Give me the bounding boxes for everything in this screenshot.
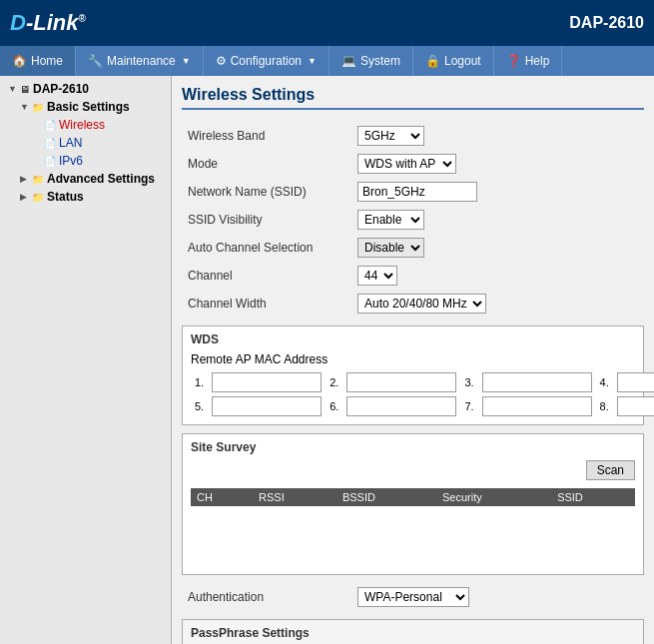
mode-select[interactable]: WDS with AP Access Point WDS	[357, 154, 456, 174]
col-ch: CH	[191, 488, 253, 506]
wireless-band-label: Wireless Band	[182, 122, 351, 150]
content-area: Wireless Settings Wireless Band 5GHz 2.4…	[172, 76, 654, 644]
basic-folder-icon: 📁	[32, 102, 44, 113]
status-expand-icon: ▶	[20, 192, 30, 202]
header: D-Link® DAP-2610	[0, 0, 654, 46]
nav-maintenance[interactable]: 🔧 Maintenance ▼	[76, 46, 204, 76]
wds-row-1: 1. 2. 3. 4.	[191, 370, 654, 394]
device-icon: 🖥	[20, 84, 30, 95]
nav-help[interactable]: ❓ Help	[494, 46, 563, 76]
wireless-spacer	[32, 120, 42, 130]
wireless-band-select[interactable]: 5GHz 2.4GHz	[357, 126, 424, 146]
chevron-down-icon2: ▼	[308, 56, 317, 66]
passphrase-section: PassPhrase Settings WPA Mode AUTO (WPA o…	[182, 619, 644, 644]
nav-configuration[interactable]: ⚙ Configuration ▼	[204, 46, 329, 76]
ssid-label: Network Name (SSID)	[182, 178, 351, 206]
channel-width-row: Channel Width Auto 20/40/80 MHz	[182, 290, 644, 318]
basic-expand-icon: ▼	[20, 102, 30, 112]
wds-num-4: 4.	[596, 370, 613, 394]
logo: D-Link®	[10, 10, 86, 36]
wds-mac-5[interactable]	[212, 396, 322, 416]
nav-logout[interactable]: 🔒 Logout	[413, 46, 494, 76]
chevron-down-icon: ▼	[182, 56, 191, 66]
auto-channel-select[interactable]: Disable Enable	[357, 238, 424, 258]
wds-num-6: 6.	[326, 394, 342, 418]
sidebar-wireless[interactable]: 📄 Wireless	[0, 116, 171, 134]
nav-system[interactable]: 💻 System	[329, 46, 413, 76]
advanced-folder-icon: 📁	[32, 174, 44, 185]
site-survey-section: Site Survey Scan CH RSSI BSSID Security …	[182, 433, 644, 575]
wds-title: WDS	[191, 332, 635, 346]
advanced-expand-icon: ▶	[20, 174, 30, 184]
model-label: DAP-2610	[569, 14, 644, 32]
mode-label: Mode	[182, 150, 351, 178]
lan-file-icon: 📄	[44, 138, 56, 149]
wireless-band-row: Wireless Band 5GHz 2.4GHz	[182, 122, 644, 150]
col-rssi: RSSI	[253, 488, 336, 506]
passphrase-title: PassPhrase Settings	[191, 626, 635, 640]
channel-row: Channel 44	[182, 262, 644, 290]
logout-icon: 🔒	[425, 54, 440, 68]
maintenance-icon: 🔧	[88, 54, 103, 68]
col-bssid: BSSID	[336, 488, 436, 506]
auth-label: Authentication	[182, 583, 351, 611]
survey-header-row: CH RSSI BSSID Security SSID	[191, 488, 635, 506]
system-icon: 💻	[341, 54, 356, 68]
remote-ap-label: Remote AP MAC Address	[191, 352, 635, 366]
ssid-visibility-label: SSID Visibility	[182, 206, 351, 234]
ssid-row: Network Name (SSID)	[182, 178, 644, 206]
wds-num-8: 8.	[596, 394, 613, 418]
wds-mac-1[interactable]	[212, 372, 322, 392]
mode-row: Mode WDS with AP Access Point WDS	[182, 150, 644, 178]
col-ssid: SSID	[551, 488, 635, 506]
auth-select[interactable]: WPA-Personal WPA-Enterprise Open System	[357, 587, 469, 607]
ssid-visibility-row: SSID Visibility Enable Disable	[182, 206, 644, 234]
survey-area: CH RSSI BSSID Security SSID	[191, 488, 635, 568]
sidebar-lan[interactable]: 📄 LAN	[0, 134, 171, 152]
main-container: ▼ 🖥 DAP-2610 ▼ 📁 Basic Settings 📄 Wirele…	[0, 76, 654, 644]
wds-num-7: 7.	[460, 394, 477, 418]
sidebar-device: ▼ 🖥 DAP-2610	[0, 80, 171, 98]
device-expand-icon: ▼	[8, 84, 18, 94]
wds-section: WDS Remote AP MAC Address 1. 2. 3. 4. 5.…	[182, 325, 644, 425]
auto-channel-row: Auto Channel Selection Disable Enable	[182, 234, 644, 262]
wireless-file-icon: 📄	[44, 120, 56, 131]
ssid-input[interactable]	[357, 182, 477, 202]
help-icon: ❓	[506, 54, 521, 68]
page-title: Wireless Settings	[182, 86, 644, 110]
channel-width-label: Channel Width	[182, 290, 351, 318]
wds-mac-8[interactable]	[617, 396, 654, 416]
wds-mac-7[interactable]	[482, 396, 592, 416]
channel-select[interactable]: 44	[357, 266, 397, 286]
scan-bar: Scan	[191, 460, 635, 484]
home-icon: 🏠	[12, 54, 27, 68]
channel-width-select[interactable]: Auto 20/40/80 MHz	[357, 294, 486, 314]
wds-row-2: 5. 6. 7. 8.	[191, 394, 654, 418]
wds-num-5: 5.	[191, 394, 208, 418]
wds-mac-6[interactable]	[346, 396, 456, 416]
sidebar-advanced-settings[interactable]: ▶ 📁 Advanced Settings	[0, 170, 171, 188]
auth-table: Authentication WPA-Personal WPA-Enterpri…	[182, 583, 644, 611]
wds-mac-2[interactable]	[346, 372, 456, 392]
site-survey-title: Site Survey	[191, 440, 635, 454]
ssid-visibility-select[interactable]: Enable Disable	[357, 210, 424, 230]
navbar: 🏠 Home 🔧 Maintenance ▼ ⚙ Configuration ▼…	[0, 46, 654, 76]
configuration-icon: ⚙	[216, 54, 227, 68]
scan-button[interactable]: Scan	[586, 460, 635, 480]
wds-mac-4[interactable]	[617, 372, 654, 392]
wds-mac-3[interactable]	[482, 372, 592, 392]
auto-channel-label: Auto Channel Selection	[182, 234, 351, 262]
sidebar-status[interactable]: ▶ 📁 Status	[0, 188, 171, 206]
col-security: Security	[436, 488, 551, 506]
status-folder-icon: 📁	[32, 192, 44, 203]
ipv6-file-icon: 📄	[44, 156, 56, 167]
wds-num-2: 2.	[326, 370, 342, 394]
wds-num-1: 1.	[191, 370, 208, 394]
nav-home[interactable]: 🏠 Home	[0, 46, 76, 76]
sidebar-basic-settings[interactable]: ▼ 📁 Basic Settings	[0, 98, 171, 116]
sidebar-ipv6[interactable]: 📄 IPv6	[0, 152, 171, 170]
channel-label: Channel	[182, 262, 351, 290]
sidebar: ▼ 🖥 DAP-2610 ▼ 📁 Basic Settings 📄 Wirele…	[0, 76, 172, 644]
survey-thead: CH RSSI BSSID Security SSID	[191, 488, 635, 506]
wds-mac-table: 1. 2. 3. 4. 5. 6. 7. 8.	[191, 370, 654, 418]
